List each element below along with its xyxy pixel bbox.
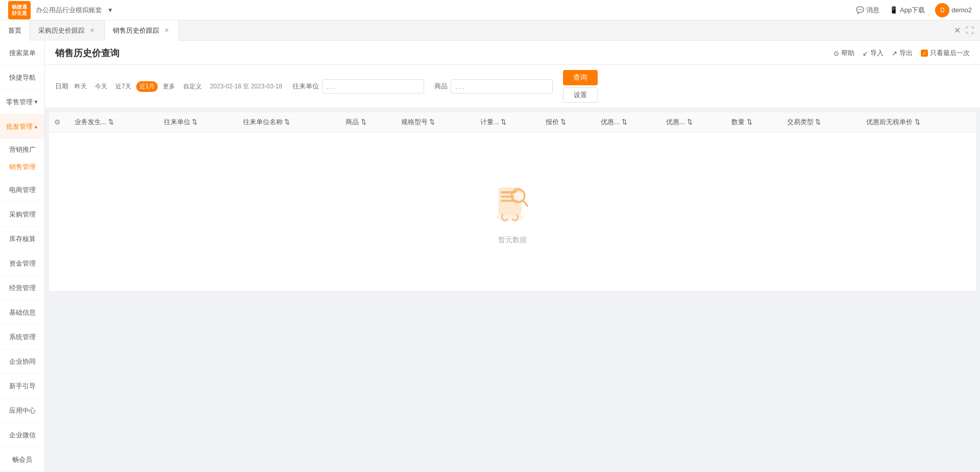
sidebar-item-purchase-mgmt[interactable]: 采购管理: [0, 202, 44, 227]
sidebar-item-app-center-label: 应用中心: [9, 406, 36, 415]
col-discount2-sort-icon: ⇅: [687, 118, 693, 126]
sidebar-section-wholesale: 营销推广 销售管理: [0, 139, 44, 178]
col-discount2[interactable]: 优惠... ⇅: [661, 112, 726, 132]
content-area: 销售历史价查询 ⊙ 帮助 ↙ 导入 ↗ 导出 只看最后一次: [45, 41, 980, 472]
col-discount2-label: 优惠...: [666, 118, 685, 126]
sidebar-item-quick-nav[interactable]: 快捷导航: [0, 65, 44, 90]
tab-sales-history-close[interactable]: ✕: [162, 27, 170, 35]
only-last-checkbox-label[interactable]: 只看最后一次: [921, 49, 970, 58]
close-all-tabs-icon[interactable]: ✕: [954, 26, 961, 35]
app-download-action[interactable]: 📱 App下载: [890, 6, 925, 15]
date-yesterday[interactable]: 昨天: [71, 81, 90, 92]
col-business-date[interactable]: 业务发生... ⇅: [69, 112, 159, 132]
product-input[interactable]: ...: [451, 79, 553, 93]
tab-sales-history[interactable]: 销售历史价跟踪 ✕: [105, 20, 179, 41]
sidebar-item-vip-member[interactable]: 畅会员: [0, 447, 44, 472]
import-icon: ↙: [863, 50, 868, 57]
svg-line-7: [523, 200, 527, 206]
table-body: 暂元数据: [49, 132, 976, 291]
col-trade-type[interactable]: 交易类型 ⇅: [782, 112, 861, 132]
sidebar-item-system-mgmt[interactable]: 系统管理: [0, 325, 44, 349]
sidebar-item-ecommerce-mgmt[interactable]: 电商管理: [0, 178, 44, 202]
col-trade-type-label: 交易类型: [787, 118, 814, 126]
product-filter-group: 商品 ...: [434, 79, 553, 93]
tab-home-label: 首页: [8, 26, 21, 35]
product-input-dots: ...: [455, 82, 465, 91]
sidebar-item-new-guide-label: 新手引导: [9, 382, 36, 391]
export-action[interactable]: ↗ 导出: [892, 49, 913, 58]
message-icon: 💬: [856, 6, 864, 14]
sidebar-item-basic-info[interactable]: 基础信息: [0, 300, 44, 325]
date-last1month[interactable]: 近1月: [136, 81, 158, 92]
retail-mgmt-arrow-icon: ▼: [34, 99, 39, 105]
col-quoted-price[interactable]: 报价 ⇅: [541, 112, 596, 132]
page-header-actions: ⊙ 帮助 ↙ 导入 ↗ 导出 只看最后一次: [834, 49, 970, 58]
date-range-text: 2023-02-18 至 2023-03-18: [210, 82, 282, 91]
sidebar-item-finance-mgmt[interactable]: 资金管理: [0, 251, 44, 276]
sidebar-item-retail-mgmt[interactable]: 零售管理 ▼: [0, 90, 44, 114]
sidebar-item-search-menu[interactable]: 搜索菜单: [0, 41, 44, 65]
sidebar-item-inventory[interactable]: 库存核算: [0, 227, 44, 251]
col-quantity-sort-icon: ⇅: [747, 118, 752, 126]
query-button[interactable]: 查询: [563, 70, 598, 85]
sidebar-item-operations-mgmt[interactable]: 经营管理: [0, 276, 44, 300]
col-discount1-sort-icon: ⇅: [622, 118, 627, 126]
app-download-icon: 📱: [890, 6, 898, 14]
partner-input[interactable]: ...: [322, 79, 424, 93]
fullscreen-icon[interactable]: ⛶: [966, 26, 974, 35]
col-quoted-price-sort-icon: ⇅: [560, 118, 566, 126]
date-today[interactable]: 今天: [92, 81, 110, 92]
only-last-checkbox-text: 只看最后一次: [930, 49, 970, 58]
tab-purchase-history[interactable]: 采购历史价跟踪 ✕: [30, 20, 105, 41]
sidebar-item-app-center[interactable]: 应用中心: [0, 398, 44, 423]
col-partner-name[interactable]: 往来单位名称 ⇅: [238, 112, 341, 132]
col-partner-name-sort-icon: ⇅: [284, 118, 290, 126]
col-pre-tax-price-sort-icon: ⇅: [915, 118, 920, 126]
col-pre-tax-price[interactable]: 优惠前无税单价 ⇅: [861, 112, 976, 132]
sidebar-item-wholesale-mgmt[interactable]: 批发管理 ▲: [0, 114, 44, 139]
logo: 畅捷通好生意: [8, 1, 31, 19]
date-more[interactable]: 更多: [160, 81, 178, 92]
sidebar-item-system-mgmt-label: 系统管理: [9, 333, 36, 342]
import-action[interactable]: ↙ 导入: [863, 49, 884, 58]
product-label: 商品: [434, 82, 448, 91]
sidebar-item-basic-info-label: 基础信息: [9, 308, 36, 317]
table-settings-gear-icon[interactable]: ⚙: [54, 118, 61, 126]
col-product[interactable]: 商品 ⇅: [340, 112, 396, 132]
settings-button[interactable]: 设置: [563, 87, 598, 103]
sidebar-sub-sales-mgmt[interactable]: 销售管理: [4, 158, 40, 176]
empty-state-text: 暂元数据: [498, 235, 527, 245]
date-last7days[interactable]: 近7天: [112, 81, 134, 92]
tab-purchase-history-label: 采购历史价跟踪: [38, 26, 85, 35]
user-label: demo2: [951, 6, 972, 14]
message-action[interactable]: 💬 消息: [856, 6, 879, 15]
help-icon: ⊙: [834, 50, 839, 57]
help-action[interactable]: ⊙ 帮助: [834, 49, 854, 58]
user-action[interactable]: D demo2: [935, 3, 972, 17]
message-label: 消息: [866, 6, 879, 15]
sidebar-sub-sales-mgmt-label: 销售管理: [9, 162, 36, 172]
sidebar-sub-marketing[interactable]: 营销推广: [4, 141, 40, 158]
page-title: 销售历史价查询: [55, 47, 119, 59]
tab-purchase-history-close[interactable]: ✕: [88, 27, 96, 35]
app-download-label: App下载: [900, 6, 925, 15]
col-trade-type-sort-icon: ⇅: [815, 118, 821, 126]
table-header: ⚙ 业务发生... ⇅ 往来单位 ⇅ 往来单位名称 ⇅: [49, 112, 976, 132]
col-unit[interactable]: 计量... ⇅: [475, 112, 541, 132]
col-quantity[interactable]: 数量 ⇅: [726, 112, 782, 132]
col-unit-sort-icon: ⇅: [501, 118, 506, 126]
col-discount1[interactable]: 优惠... ⇅: [596, 112, 661, 132]
app-dropdown-icon[interactable]: ▼: [107, 7, 113, 14]
sidebar-item-enterprise-collab-label: 企业协同: [9, 357, 36, 366]
col-spec-sort-icon: ⇅: [429, 118, 435, 126]
sidebar-item-enterprise-wechat[interactable]: 企业微信: [0, 423, 44, 447]
sidebar-item-purchase-mgmt-label: 采购管理: [9, 210, 36, 219]
col-quantity-label: 数量: [731, 118, 745, 126]
col-partner-code[interactable]: 往来单位 ⇅: [159, 112, 238, 132]
sidebar-item-enterprise-collab[interactable]: 企业协同: [0, 349, 44, 374]
sidebar-item-new-guide[interactable]: 新手引导: [0, 374, 44, 398]
logo-text: 畅捷通好生意: [12, 4, 27, 16]
tab-home[interactable]: 首页: [0, 20, 30, 41]
col-spec[interactable]: 规格型号 ⇅: [396, 112, 475, 132]
date-custom[interactable]: 自定义: [180, 81, 205, 92]
